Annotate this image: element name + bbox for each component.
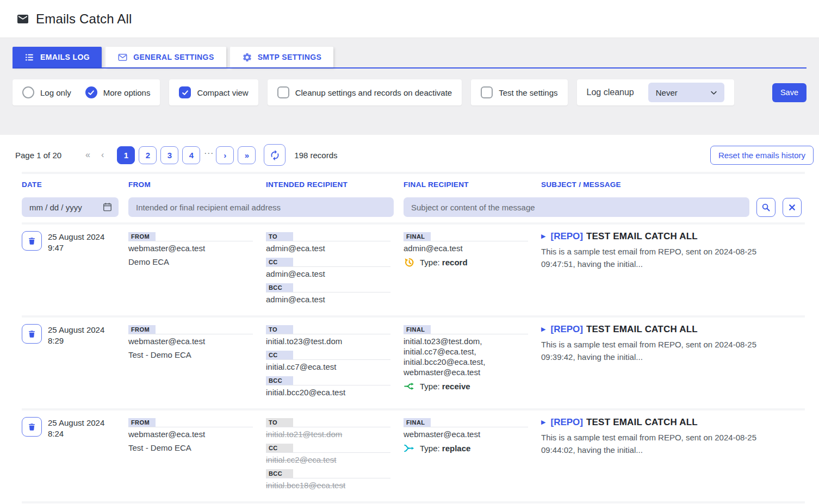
save-button[interactable]: Save (772, 83, 806, 102)
bcc-tag: BCC (266, 283, 293, 292)
reset-history-button[interactable]: Reset the emails history (710, 146, 814, 165)
bcc-email: initial.bcc20@eca.test (266, 388, 390, 397)
cleanup-option[interactable]: Cleanup settings and records on deactiva… (277, 86, 452, 98)
final-recipient-cell: FINALadmin@eca.testType: record (404, 231, 541, 308)
log-cleanup-select[interactable]: Never (648, 83, 724, 102)
page-button-3[interactable]: 3 (160, 146, 178, 164)
log-only-option[interactable]: Log only (22, 86, 71, 98)
bcc-tag: BCC (266, 376, 293, 385)
tab-smtp-settings[interactable]: SMTP SETTINGS (230, 47, 334, 67)
message-excerpt: This is a sample test email from REPO, s… (541, 246, 792, 270)
delete-row-button[interactable] (22, 231, 42, 251)
subject-title: TEST EMAIL CATCH ALL (586, 231, 698, 242)
final-email: admin@eca.test (404, 244, 528, 253)
prev-page-button[interactable]: ‹ (96, 150, 109, 160)
from-name: Test - Demo ECA (128, 350, 253, 359)
pagination-ellipsis: ··· (204, 148, 214, 157)
from-cell: FROMwebmaster@eca.testDemo ECA (128, 231, 266, 308)
delete-row-button[interactable] (22, 324, 42, 344)
test-settings-option[interactable]: Test the settings (481, 86, 557, 98)
type-line: Type: record (404, 257, 528, 268)
subject-prefix: [REPO] (550, 417, 583, 428)
emails-log-panel: Page 1 of 20 « ‹ 1234 ··· › » 198 record… (0, 135, 819, 504)
page-button-2[interactable]: 2 (139, 146, 157, 164)
subject-line[interactable]: ▶[REPO]TEST EMAIL CATCH ALL (541, 231, 792, 242)
more-options-option[interactable]: More options (85, 86, 151, 98)
log-mode-card: Log only More options (13, 79, 160, 105)
row-date: 25 August 20248:29 (48, 324, 104, 347)
envelope-icon (117, 52, 128, 63)
compact-view-option[interactable]: Compact view (179, 86, 248, 98)
next-page-button[interactable]: › (216, 146, 234, 164)
subject-line[interactable]: ▶[REPO]TEST EMAIL CATCH ALL (541, 417, 792, 428)
intended-recipient-cell: TOinitial.to23@test.domCCinitial.cc7@eca… (266, 324, 404, 401)
page-buttons: 1234 (117, 146, 204, 164)
message-excerpt: This is a sample test email from REPO, s… (541, 339, 792, 363)
compact-view-checkbox[interactable] (179, 86, 191, 98)
tab-emails-log[interactable]: EMAILS LOG (13, 47, 102, 67)
to-email: initial.to23@test.dom (266, 337, 390, 346)
table-row: 25 August 20248:29FROMwebmaster@eca.test… (22, 315, 805, 408)
bcc-email: admin@eca.test (266, 295, 390, 304)
type-line: Type: replace (404, 443, 528, 454)
date-cell: 25 August 20248:24 (22, 417, 128, 494)
search-icon (761, 203, 771, 212)
first-page-button[interactable]: « (80, 150, 96, 160)
subject-line[interactable]: ▶[REPO]TEST EMAIL CATCH ALL (541, 324, 792, 335)
subject-cell: ▶[REPO]TEST EMAIL CATCH ALLThis is a sam… (541, 417, 805, 494)
email-rows: 25 August 20249:47FROMwebmaster@eca.test… (22, 222, 805, 504)
expand-triangle-icon[interactable]: ▶ (541, 419, 545, 426)
tab-general-settings[interactable]: GENERAL SETTINGS (106, 47, 226, 67)
subject-title: TEST EMAIL CATCH ALL (586, 417, 698, 428)
app-header: Emails Catch All (0, 0, 819, 38)
page-button-4[interactable]: 4 (182, 146, 200, 164)
test-settings-checkbox[interactable] (481, 86, 493, 98)
bcc-tag: BCC (266, 469, 293, 478)
bcc-email: initial.bcc18@eca.test (266, 481, 390, 490)
cc-email: initial.cc2@eca.test (266, 455, 390, 464)
table-header-row: DATEFROMINTENDED RECIPIENTFINAL RECIPIEN… (22, 172, 805, 197)
expand-triangle-icon[interactable]: ▶ (541, 326, 545, 333)
final-tag: FINAL (404, 232, 431, 241)
final-email: initial.to23@test.dom, (404, 337, 528, 346)
final-email: initial.bcc20@eca.test, (404, 357, 528, 366)
log-only-radio[interactable] (22, 86, 34, 98)
expand-triangle-icon[interactable]: ▶ (541, 233, 545, 240)
from-name: Test - Demo ECA (128, 443, 253, 452)
tab-label: EMAILS LOG (40, 53, 90, 61)
date-cell: 25 August 20249:47 (22, 231, 128, 308)
refresh-button[interactable] (264, 144, 286, 166)
page-info: Page 1 of 20 (15, 151, 61, 160)
recipient-filter (128, 197, 404, 217)
final-email: initial.cc7@eca.test, (404, 347, 528, 356)
refresh-icon (269, 150, 281, 161)
column-header-from: FROM (128, 181, 266, 189)
subject-prefix: [REPO] (550, 324, 583, 335)
time-text: 8:24 (48, 428, 104, 439)
page-button-1[interactable]: 1 (117, 146, 135, 164)
from-email: webmaster@eca.test (128, 244, 253, 253)
to-tag: TO (266, 418, 293, 427)
column-header-subject-message: SUBJECT / MESSAGE (541, 181, 805, 189)
more-options-radio[interactable] (85, 86, 97, 98)
trash-icon (27, 422, 36, 432)
column-header-intended-recipient: INTENDED RECIPIENT (266, 181, 404, 189)
cleanup-checkbox[interactable] (277, 86, 289, 98)
final-email: webmaster@eca.test (404, 430, 528, 439)
subject-prefix: [REPO] (550, 231, 583, 242)
cc-tag: CC (266, 351, 293, 359)
clear-filters-button[interactable] (783, 198, 802, 217)
table-row: 25 August 20249:47FROMwebmaster@eca.test… (22, 222, 805, 315)
recipient-filter-input[interactable] (128, 197, 394, 217)
type-value: receive (442, 382, 470, 391)
date-filter-input[interactable] (22, 197, 119, 217)
last-page-button[interactable]: » (238, 146, 256, 164)
delete-row-button[interactable] (22, 417, 42, 437)
subject-filter-input[interactable] (404, 197, 749, 217)
final-recipient-cell: FINALinitial.to23@test.dom,initial.cc7@e… (404, 324, 541, 401)
more-options-label: More options (103, 88, 151, 97)
merge-arrow-icon (404, 443, 415, 454)
search-button[interactable] (756, 198, 775, 217)
final-tag: FINAL (404, 418, 431, 427)
gear-icon (242, 52, 252, 63)
